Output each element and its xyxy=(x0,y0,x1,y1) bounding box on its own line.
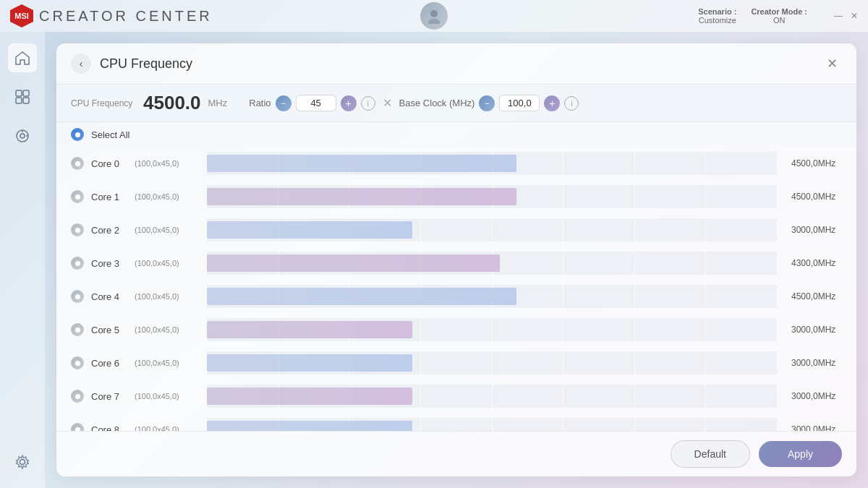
core-params: (100,0x45,0) xyxy=(135,392,192,401)
window-controls: — ✕ xyxy=(833,11,859,21)
home-icon xyxy=(14,50,30,66)
ratio-label: Ratio xyxy=(249,98,271,108)
sidebar-item-settings[interactable] xyxy=(8,448,37,476)
core-bar-fill xyxy=(207,155,516,172)
core-name: Core 1 xyxy=(91,192,127,202)
sidebar-item-sync[interactable] xyxy=(8,121,37,150)
core-name: Core 8 xyxy=(91,424,127,432)
scenario-block: Scenario : Customize xyxy=(698,7,736,25)
select-all-radio[interactable] xyxy=(71,128,84,141)
close-button[interactable]: ✕ xyxy=(849,11,859,21)
core-radio-6[interactable] xyxy=(71,356,84,369)
core-radio-8[interactable] xyxy=(71,423,84,431)
msi-logo-icon: MSI xyxy=(9,3,35,29)
core-params: (100,0x45,0) xyxy=(135,192,192,201)
svg-point-3 xyxy=(428,19,440,24)
ratio-info-button[interactable]: i xyxy=(361,96,375,111)
settings-icon xyxy=(14,454,30,470)
core-radio-0[interactable] xyxy=(71,157,84,170)
base-clock-plus-button[interactable]: + xyxy=(544,95,560,111)
sidebar-item-home[interactable] xyxy=(8,43,37,72)
base-clock-input[interactable] xyxy=(499,95,540,111)
core-bar-fill xyxy=(207,421,412,431)
core-radio-3[interactable] xyxy=(71,257,84,270)
cpu-freq-label: CPU Frequency xyxy=(71,98,136,108)
core-name: Core 6 xyxy=(91,358,127,369)
core-freq-value: 4500,0MHz xyxy=(791,192,842,202)
core-params: (100,0x45,0) xyxy=(135,259,192,267)
core-bar-fill xyxy=(207,354,412,372)
avatar-button[interactable] xyxy=(420,2,448,30)
cpu-freq-unit: MHz xyxy=(208,98,228,108)
svg-rect-5 xyxy=(23,90,29,96)
panel: ‹ CPU Frequency ✕ CPU Frequency 4500.0 M… xyxy=(56,43,856,476)
creator-mode-block: Creator Mode : ON xyxy=(751,7,807,25)
ratio-control: Ratio − + i xyxy=(249,95,375,111)
core-row: Core 5 (100,0x45,0) 3000,0MHz xyxy=(56,313,856,346)
core-name: Core 2 xyxy=(91,225,127,236)
svg-rect-4 xyxy=(16,90,22,96)
core-radio-1[interactable] xyxy=(71,190,84,203)
core-radio-7[interactable] xyxy=(71,390,84,403)
default-button[interactable]: Default xyxy=(671,440,750,468)
core-params: (100,0x45,0) xyxy=(135,359,192,367)
base-clock-info-button[interactable]: i xyxy=(564,96,579,111)
separator-x-button[interactable]: ✕ xyxy=(383,96,392,110)
core-bar-container xyxy=(207,252,777,275)
base-clock-control: Base Clock (MHz) − + i xyxy=(399,95,579,111)
core-row: Core 2 (100,0x45,0) 3000,0MHz xyxy=(56,213,856,247)
back-button[interactable]: ‹ xyxy=(71,53,91,74)
base-clock-label: Base Clock (MHz) xyxy=(399,98,475,108)
core-freq-value: 3000,0MHz xyxy=(791,325,842,335)
core-radio-4[interactable] xyxy=(71,290,84,303)
core-freq-value: 3000,0MHz xyxy=(791,225,842,235)
sidebar-item-apps[interactable] xyxy=(8,82,37,111)
core-name: Core 7 xyxy=(91,391,127,402)
ratio-plus-button[interactable]: + xyxy=(341,95,357,111)
ratio-minus-button[interactable]: − xyxy=(276,95,292,111)
sidebar xyxy=(0,32,45,488)
core-name: Core 0 xyxy=(91,158,127,169)
close-panel-button[interactable]: ✕ xyxy=(822,53,842,74)
core-row: Core 3 (100,0x45,0) 4300,0MHz xyxy=(56,247,856,280)
core-bar-container xyxy=(207,318,777,341)
core-freq-value: 3000,0MHz xyxy=(791,358,842,368)
titlebar: MSI CREATOR CENTER Scenario : Customize … xyxy=(0,0,868,32)
core-name: Core 5 xyxy=(91,325,127,335)
core-bar-container xyxy=(207,351,777,374)
core-bar-fill xyxy=(207,388,412,405)
select-all-row: Select All xyxy=(56,122,856,147)
svg-text:MSI: MSI xyxy=(14,12,29,20)
sync-icon xyxy=(14,128,30,144)
core-params: (100,0x45,0) xyxy=(135,425,192,431)
core-params: (100,0x45,0) xyxy=(135,226,192,234)
svg-rect-6 xyxy=(16,98,22,103)
core-row: Core 4 (100,0x45,0) 4500,0MHz xyxy=(56,280,856,313)
core-name: Core 4 xyxy=(91,291,127,302)
core-bar-fill xyxy=(207,321,412,338)
ratio-input[interactable] xyxy=(296,95,336,111)
svg-point-12 xyxy=(20,460,25,465)
panel-title: CPU Frequency xyxy=(100,56,192,72)
core-freq-value: 4500,0MHz xyxy=(791,158,842,168)
svg-point-2 xyxy=(430,10,438,17)
core-bar-fill xyxy=(207,221,412,239)
minimize-button[interactable]: — xyxy=(833,11,843,21)
core-bar-fill xyxy=(207,254,500,272)
core-params: (100,0x45,0) xyxy=(135,292,192,301)
app-title: CREATOR CENTER xyxy=(39,8,213,25)
core-row: Core 1 (100,0x45,0) 4500,0MHz xyxy=(56,180,856,213)
core-radio-2[interactable] xyxy=(71,223,84,236)
core-list-area: Select All Core 0 (100,0x45,0) 4500,0MHz… xyxy=(56,122,856,431)
core-name: Core 3 xyxy=(91,258,127,269)
core-radio-5[interactable] xyxy=(71,323,84,336)
core-bar-container xyxy=(207,285,777,308)
core-bar-container xyxy=(207,385,777,408)
scenario-label: Scenario : xyxy=(698,7,736,16)
select-all-label: Select All xyxy=(91,129,129,140)
apply-button[interactable]: Apply xyxy=(759,441,842,467)
base-clock-minus-button[interactable]: − xyxy=(479,95,495,111)
scenario-value: Customize xyxy=(698,16,736,25)
core-freq-value: 3000,0MHz xyxy=(791,424,842,431)
svg-point-9 xyxy=(20,134,25,138)
